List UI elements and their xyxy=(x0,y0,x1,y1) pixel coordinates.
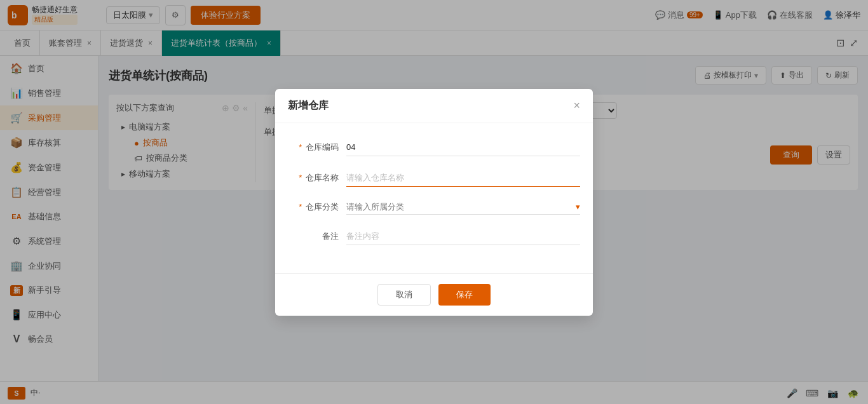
save-button[interactable]: 保存 xyxy=(438,284,491,306)
form-row-remark: 备注 xyxy=(288,227,580,245)
form-row-category: * 仓库分类 ▾ xyxy=(288,199,580,215)
form-row-name: * 仓库名称 xyxy=(288,169,580,187)
modal-overlay[interactable]: 新增仓库 × * 仓库编码 * 仓库名称 xyxy=(0,0,868,404)
dialog-header: 新增仓库 × xyxy=(275,89,593,123)
dialog-footer: 取消 保存 xyxy=(275,273,593,316)
new-warehouse-dialog: 新增仓库 × * 仓库编码 * 仓库名称 xyxy=(275,89,593,316)
category-select-row[interactable]: ▾ xyxy=(346,199,580,215)
dialog-close-button[interactable]: × xyxy=(573,99,580,112)
dialog-body: * 仓库编码 * 仓库名称 * 仓库分类 xyxy=(275,123,593,273)
required-star: * xyxy=(299,142,302,152)
dialog-title: 新增仓库 xyxy=(288,99,329,112)
remark-label: 备注 xyxy=(288,231,339,242)
code-input[interactable] xyxy=(346,138,580,156)
chevron-down-select-icon: ▾ xyxy=(576,202,580,212)
code-label: * 仓库编码 xyxy=(288,142,339,153)
name-input[interactable] xyxy=(346,169,580,187)
category-label: * 仓库分类 xyxy=(288,201,339,213)
name-label: * 仓库名称 xyxy=(288,172,339,184)
remark-input[interactable] xyxy=(346,227,580,245)
form-row-code: * 仓库编码 xyxy=(288,138,580,156)
required-star-3: * xyxy=(299,202,302,212)
required-star-2: * xyxy=(299,173,302,182)
category-input[interactable] xyxy=(346,202,576,212)
cancel-button[interactable]: 取消 xyxy=(377,284,431,306)
